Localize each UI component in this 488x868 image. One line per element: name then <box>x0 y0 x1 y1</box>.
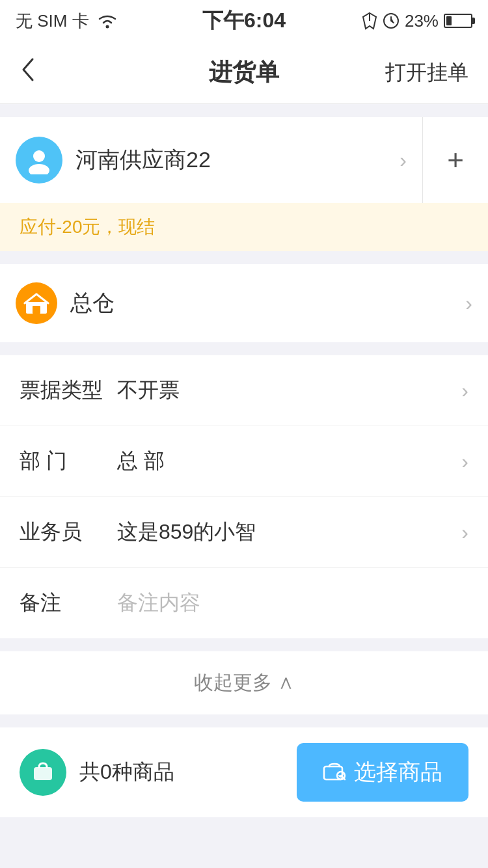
department-chevron-icon: › <box>461 450 468 474</box>
notice-bar: 应付-20元，现结 <box>0 203 488 251</box>
wifi-icon <box>96 12 119 29</box>
invoice-type-row[interactable]: 票据类型 不开票 › <box>0 355 488 426</box>
bottom-bar: 共0种商品 选择商品 <box>0 727 488 817</box>
warehouse-name: 总仓 <box>70 288 457 318</box>
status-time: 下午6:04 <box>202 7 286 35</box>
warehouse-chevron-icon: › <box>465 292 472 316</box>
collapse-button[interactable]: 收起更多 ∧ <box>194 670 293 696</box>
svg-point-0 <box>105 25 109 29</box>
supplier-name: 河南供应商22 <box>75 145 392 175</box>
status-bar: 无 SIM 卡 下午6:04 23% <box>0 0 488 42</box>
back-button[interactable] <box>20 50 48 95</box>
battery-text: 23% <box>405 11 439 31</box>
svg-point-2 <box>33 150 45 162</box>
status-carrier: 无 SIM 卡 <box>16 10 119 33</box>
invoice-type-label: 票据类型 <box>20 376 104 405</box>
status-right: 23% <box>362 11 472 31</box>
salesperson-row[interactable]: 业务员 这是859的小智 › <box>0 497 488 568</box>
remark-label: 备注 <box>20 589 104 617</box>
cart-icon <box>20 749 66 796</box>
svg-point-3 <box>29 164 49 174</box>
department-row[interactable]: 部 门 总 部 › <box>0 426 488 497</box>
notice-text: 应付-20元，现结 <box>20 217 155 237</box>
supplier-avatar <box>16 137 62 183</box>
supplier-section: 河南供应商22 › + <box>0 117 488 203</box>
supplier-chevron-icon: › <box>400 148 407 172</box>
remark-row[interactable]: 备注 备注内容 <box>0 568 488 638</box>
section-gap-1 <box>0 104 488 117</box>
select-product-icon <box>323 763 346 782</box>
supplier-add-button[interactable]: + <box>423 124 488 196</box>
salesperson-chevron-icon: › <box>461 521 468 545</box>
battery-icon <box>444 14 472 28</box>
carrier-text: 无 SIM 卡 <box>16 10 89 33</box>
department-value: 总 部 <box>117 447 454 476</box>
remark-input[interactable]: 备注内容 <box>117 589 468 617</box>
svg-rect-7 <box>324 766 342 780</box>
collapse-section[interactable]: 收起更多 ∧ <box>0 651 488 714</box>
page-title: 进货单 <box>209 57 279 88</box>
location-icon <box>362 12 377 30</box>
department-label: 部 门 <box>20 447 104 476</box>
warehouse-row[interactable]: 总仓 › <box>0 264 488 342</box>
svg-rect-6 <box>34 767 52 780</box>
warehouse-icon <box>16 282 57 324</box>
invoice-type-chevron-icon: › <box>461 379 468 403</box>
select-product-button[interactable]: 选择商品 <box>297 743 468 802</box>
battery-fill <box>446 16 452 25</box>
nav-bar: 进货单 打开挂单 <box>0 42 488 104</box>
salesperson-label: 业务员 <box>20 518 104 547</box>
svg-rect-5 <box>33 306 40 314</box>
open-pending-button[interactable]: 打开挂单 <box>385 59 468 87</box>
person-icon <box>25 146 53 174</box>
salesperson-value: 这是859的小智 <box>117 518 454 547</box>
supplier-select-row[interactable]: 河南供应商22 › <box>0 117 423 203</box>
form-section: 票据类型 不开票 › 部 门 总 部 › 业务员 这是859的小智 › 备注 备… <box>0 355 488 638</box>
invoice-type-value: 不开票 <box>117 376 454 405</box>
gray-fill-area <box>0 817 488 868</box>
select-product-label: 选择商品 <box>354 757 442 787</box>
product-count-text: 共0种商品 <box>79 758 284 787</box>
clock-icon <box>383 12 400 29</box>
